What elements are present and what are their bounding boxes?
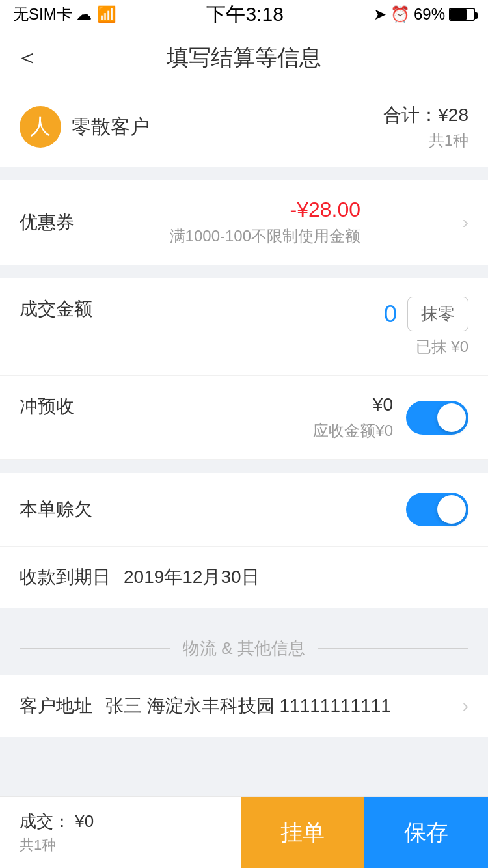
customer-left: 人 零散客户 [20,106,150,148]
status-left: 无SIM卡 ☁ 📶 [13,4,116,25]
coupon-row[interactable]: 优惠券 -¥28.00 满1000-100不限制使用金额 › [0,180,488,265]
arrearage-section: 本单赊欠 收款到期日 2019年12月30日 [0,473,488,608]
due-date-label: 收款到期日 [20,565,111,590]
save-button[interactable]: 保存 [364,797,488,869]
divider-line-right [318,648,468,649]
battery-label: 69% [414,5,445,23]
bottom-bar: 成交： ¥0 共1种 挂单 保存 [0,796,488,868]
logistics-label: 物流 & 其他信息 [183,637,305,660]
status-right: ➤ ⏰ 69% [373,5,475,23]
bottom-summary-count: 共1种 [20,835,221,855]
status-time: 下午3:18 [206,1,283,28]
customer-section: 人 零散客户 合计：¥28 共1种 [0,87,488,167]
arrearage-toggle-knob [437,495,466,524]
battery-icon [449,8,475,21]
prepayment-right: ¥0 应收金额¥0 [313,394,468,441]
bottom-summary: 成交： ¥0 共1种 [0,810,241,855]
prepayment-label: 冲预收 [20,394,74,419]
coupon-arrow-icon: › [463,212,468,233]
prepayment-sub: 应收金额¥0 [313,420,393,441]
customer-summary: 合计：¥28 共1种 [383,103,468,151]
address-label: 客户地址 [20,694,92,718]
divider-line-left [20,648,170,649]
customer-count: 共1种 [383,130,468,151]
avatar-icon: 人 [30,113,51,141]
arrearage-label: 本单赊欠 [20,497,92,522]
address-value: 张三 海淀永丰科技园 11111111111 [105,694,456,718]
logistics-divider: 物流 & 其他信息 [0,621,488,675]
prepayment-toggle-knob [437,403,466,432]
content-area: 人 零散客户 合计：¥28 共1种 优惠券 -¥28.00 满1000-100不… [0,87,488,828]
coupon-label: 优惠券 [20,210,74,235]
back-button[interactable]: ＜ [16,42,39,74]
prepayment-toggle[interactable] [406,401,468,435]
deal-amount-input-area: 0 抹零 [384,297,468,331]
location-icon: ➤ [373,5,386,23]
prepayment-value: ¥0 [313,394,393,415]
bottom-summary-amount: 成交： ¥0 [20,810,221,833]
coupon-sub: 满1000-100不限制使用金额 [170,226,360,247]
address-section: 客户地址 张三 海淀永丰科技园 11111111111 › [0,675,488,737]
deal-amount-sub: 已抹 ¥0 [384,336,468,357]
customer-total: 合计：¥28 [383,103,468,128]
customer-row: 人 零散客户 合计：¥28 共1种 [0,87,488,167]
prepayment-row: 冲预收 ¥0 应收金额¥0 [0,376,488,460]
status-bar: 无SIM卡 ☁ 📶 下午3:18 ➤ ⏰ 69% [0,0,488,29]
arrearage-row: 本单赊欠 [0,473,488,547]
deal-amount-label: 成交金额 [20,297,92,321]
address-arrow-icon: › [463,696,468,716]
deal-section: 成交金额 0 抹零 已抹 ¥0 冲预收 ¥0 应收金额¥0 [0,278,488,460]
deal-amount-row: 成交金额 0 抹零 已抹 ¥0 [0,278,488,376]
deal-amount-value[interactable]: 0 [384,301,397,328]
sim-label: 无SIM卡 ☁ [13,4,92,25]
hold-order-button[interactable]: 挂单 [241,797,364,869]
coupon-section: 优惠券 -¥28.00 满1000-100不限制使用金额 › [0,180,488,265]
prepayment-values: ¥0 应收金额¥0 [313,394,393,441]
due-date-value[interactable]: 2019年12月30日 [124,565,260,590]
arrearage-toggle[interactable] [406,493,468,526]
address-row[interactable]: 客户地址 张三 海淀永丰科技园 11111111111 › [0,675,488,737]
nav-bar: ＜ 填写结算等信息 [0,29,488,87]
coupon-right: -¥28.00 满1000-100不限制使用金额 [170,198,360,247]
page-title: 填写结算等信息 [167,43,321,73]
customer-avatar: 人 [20,106,61,148]
due-date-row: 收款到期日 2019年12月30日 [0,547,488,608]
wifi-icon: 📶 [97,5,116,23]
alarm-icon: ⏰ [390,5,410,23]
coupon-value: -¥28.00 [170,198,360,222]
customer-name: 零散客户 [72,114,150,141]
deal-amount-right: 0 抹零 已抹 ¥0 [384,297,468,357]
round-zero-button[interactable]: 抹零 [407,297,468,331]
